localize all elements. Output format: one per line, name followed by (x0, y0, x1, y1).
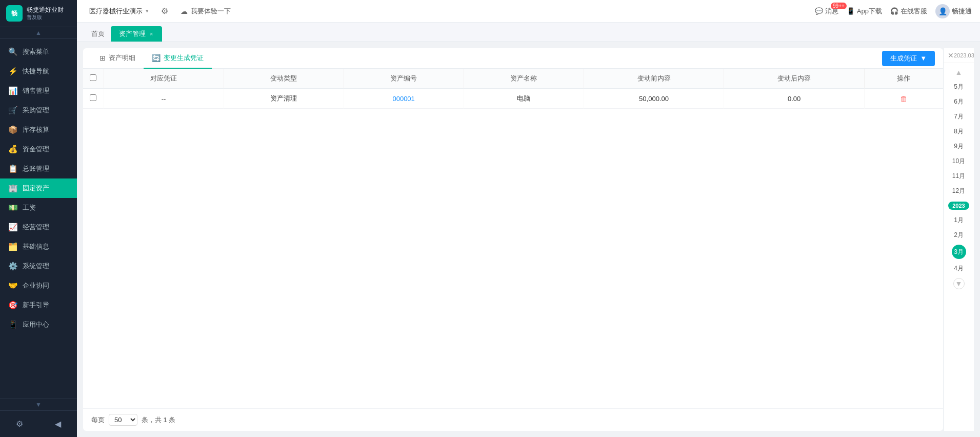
right-panel-close-btn[interactable]: ✕ (948, 51, 954, 59)
month-11[interactable]: 11月 (944, 169, 974, 184)
td-action: 🗑 (864, 89, 943, 109)
experience-btn[interactable]: ☁ 我要体验一下 (176, 5, 235, 18)
search-icon: 🔍 (8, 47, 17, 56)
settings-footer-btn[interactable]: ⚙ (13, 416, 26, 432)
sidebar-logo: 畅 畅捷通好业财 普及版 (0, 0, 77, 27)
message-icon: 💬 (815, 7, 823, 15)
pagination-bar: 每页 10 20 50 100 条，共 1 条 (83, 408, 943, 431)
year-badge[interactable]: 2023 (948, 202, 969, 210)
month-3-active[interactable]: 3月 (952, 245, 966, 259)
month-6[interactable]: 6月 (944, 94, 974, 109)
month-5[interactable]: 5月 (944, 80, 974, 94)
cloud-icon: ☁ (181, 7, 188, 15)
sidebar-item-sales[interactable]: 📊 销售管理 (0, 81, 77, 101)
delete-row-btn[interactable]: 🗑 (900, 94, 908, 103)
sidebar-item-search[interactable]: 🔍 搜索菜单 (0, 42, 77, 62)
box-icon: 📦 (8, 125, 17, 134)
folder-icon: 🗂️ (8, 242, 17, 251)
sub-tab-actions: 生成凭证 ▼ (882, 51, 935, 66)
month-12[interactable]: 12月 (944, 184, 974, 198)
company-selector[interactable]: 医疗器械行业演示 ▾ (85, 5, 153, 18)
ledger-icon: 📋 (8, 164, 17, 173)
sidebar-item-inventory[interactable]: 📦 库存核算 (0, 120, 77, 140)
data-table: 对应凭证 变动类型 资产编号 资产名称 变动前内容 变动后内容 操作 (83, 69, 943, 109)
online-service-btn[interactable]: 🎧 在线客服 (890, 7, 927, 16)
sidebar-item-quick-nav[interactable]: ⚡ 快捷导航 (0, 62, 77, 81)
user-profile-btn[interactable]: 👤 畅捷通 (935, 4, 972, 18)
system-icon: ⚙️ (8, 262, 17, 271)
money-icon: 💰 (8, 145, 17, 154)
tab-asset-management[interactable]: 资产管理 × (111, 26, 162, 42)
cart-icon: 🛒 (8, 106, 17, 115)
sidebar-item-finance[interactable]: 💰 资金管理 (0, 140, 77, 159)
topbar-settings-icon[interactable]: ⚙ (159, 4, 170, 18)
th-asset-code: 资产编号 (344, 69, 464, 89)
logo-text: 畅捷通好业财 普及版 (27, 6, 64, 21)
td-asset-name: 电脑 (464, 89, 584, 109)
th-before-change: 变动前内容 (584, 69, 724, 89)
dropdown-icon: ▼ (920, 54, 927, 62)
content-area: ⊞ 资产明细 🔄 变更生成凭证 生成凭证 ▼ (77, 42, 980, 437)
sidebar-scroll-down[interactable]: ▼ (35, 401, 42, 408)
th-asset-name: 资产名称 (464, 69, 584, 89)
td-voucher: -- (104, 89, 224, 109)
generate-voucher-btn[interactable]: 生成凭证 ▼ (882, 51, 935, 66)
sidebar-item-salary[interactable]: 💵 工资 (0, 198, 77, 217)
sidebar-item-fixed-assets[interactable]: 🏢 固定资产 (0, 178, 77, 198)
table-row: -- 资产清理 000001 电脑 50,000.00 0.00 🗑 (83, 89, 943, 109)
sidebar-footer: ⚙ ◀ (0, 410, 77, 437)
topbar-right: 💬 消息 99+ 📱 App下载 🎧 在线客服 👤 畅捷通 (815, 4, 972, 18)
month-1[interactable]: 1月 (944, 213, 974, 228)
collapse-sidebar-btn[interactable]: ◀ (52, 416, 64, 432)
month-scroll-up[interactable]: ▲ (944, 65, 974, 80)
sidebar-item-guide[interactable]: 🎯 新手引导 (0, 295, 77, 315)
month-8[interactable]: 8月 (944, 124, 974, 139)
sidebar-item-app-center[interactable]: 📱 应用中心 (0, 315, 77, 334)
td-asset-code: 000001 (344, 89, 464, 109)
sidebar-item-enterprise[interactable]: 🤝 企业协同 (0, 276, 77, 295)
month-4[interactable]: 4月 (944, 261, 974, 276)
change-icon: 🔄 (152, 54, 161, 62)
logo-icon: 畅 (6, 5, 23, 22)
th-after-change: 变动后内容 (724, 69, 865, 89)
th-voucher: 对应凭证 (104, 69, 224, 89)
select-all-checkbox[interactable] (90, 74, 96, 81)
td-before-change: 50,000.00 (584, 89, 724, 109)
main-area: 医疗器械行业演示 ▾ ⚙ ☁ 我要体验一下 💬 消息 99+ 📱 App下载 🎧… (77, 0, 980, 437)
sidebar-scroll-up[interactable]: ▲ (35, 29, 42, 36)
month-2[interactable]: 2月 (944, 228, 974, 243)
messages-btn[interactable]: 💬 消息 99+ (815, 7, 838, 16)
sub-tab-asset-detail[interactable]: ⊞ 资产明细 (91, 48, 144, 69)
month-7[interactable]: 7月 (944, 109, 974, 124)
headset-icon: 🎧 (890, 7, 898, 15)
per-page-select[interactable]: 10 20 50 100 (109, 414, 137, 426)
td-after-change: 0.00 (724, 89, 865, 109)
row-checkbox[interactable] (90, 94, 96, 101)
company-chevron-icon: ▾ (146, 8, 149, 14)
building-icon: 🏢 (8, 184, 17, 193)
topbar: 医疗器械行业演示 ▾ ⚙ ☁ 我要体验一下 💬 消息 99+ 📱 App下载 🎧… (77, 0, 980, 23)
month-scroll-down[interactable]: ▼ (944, 276, 974, 291)
app-icon: 📱 (8, 320, 17, 329)
app-download-btn[interactable]: 📱 App下载 (847, 7, 882, 16)
salary-icon: 💵 (8, 203, 17, 212)
lightning-icon: ⚡ (8, 67, 17, 76)
sidebar-item-purchase[interactable]: 🛒 采购管理 (0, 101, 77, 120)
sidebar-item-ledger[interactable]: 📋 总账管理 (0, 159, 77, 178)
avatar: 👤 (935, 4, 950, 18)
td-checkbox (83, 89, 104, 109)
sidebar-item-base-info[interactable]: 🗂️ 基础信息 (0, 237, 77, 256)
tab-close-icon[interactable]: × (149, 30, 154, 37)
management-icon: 📈 (8, 223, 17, 232)
tab-home[interactable]: 首页 (85, 26, 111, 42)
month-9[interactable]: 9月 (944, 139, 974, 154)
th-change-type: 变动类型 (224, 69, 344, 89)
sidebar-item-system[interactable]: ⚙️ 系统管理 (0, 256, 77, 276)
chart-icon: 📊 (8, 86, 17, 95)
guide-icon: 🎯 (8, 301, 17, 310)
month-10[interactable]: 10月 (944, 154, 974, 169)
td-change-type: 资产清理 (224, 89, 344, 109)
sub-tab-change-voucher[interactable]: 🔄 变更生成凭证 (144, 48, 212, 69)
sidebar-item-management[interactable]: 📈 经营管理 (0, 217, 77, 237)
sidebar: 畅 畅捷通好业财 普及版 ▲ 🔍 搜索菜单 ⚡ 快捷导航 📊 销售管理 🛒 采购… (0, 0, 77, 437)
